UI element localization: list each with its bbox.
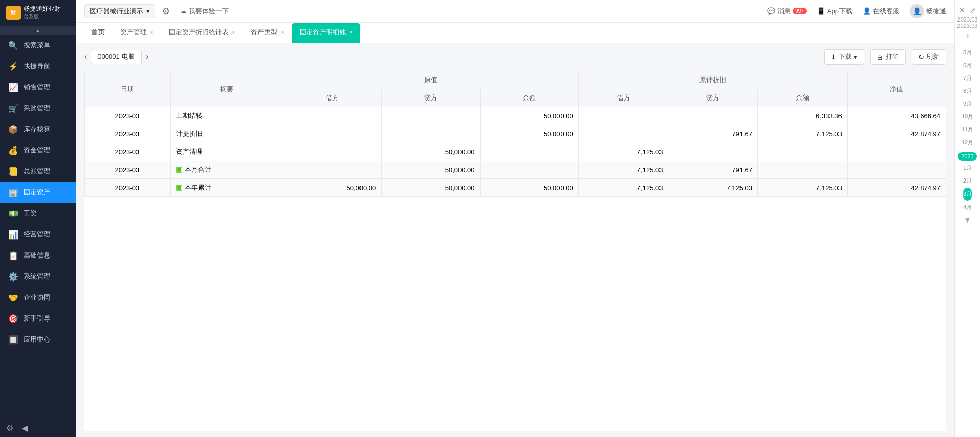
user-btn[interactable]: 👤 畅捷通 — [910, 4, 946, 18]
company-selector[interactable]: 医疗器械行业演示 ▾ — [84, 4, 155, 18]
sidebar-label-apps: 应用中心 — [24, 335, 50, 344]
sidebar-label-guide: 新手引导 — [24, 314, 50, 323]
rp-month-7月[interactable]: 7月 — [962, 72, 973, 85]
rp-month-12月[interactable]: 12月 — [962, 136, 973, 149]
sidebar-icon-salary: 💵 — [8, 209, 18, 218]
sidebar-label-fixed: 固定资产 — [24, 188, 50, 197]
messages-btn[interactable]: 💬 消息 99+ — [767, 7, 807, 16]
topbar: 医疗器械行业演示 ▾ ⚙ ☁ 我要体验一下 💬 消息 99+ 📱 App下载 👤… — [76, 0, 954, 23]
table-row: 2023-03▣本月合计50,000.007,125.03791.67 — [85, 161, 946, 179]
table-row: 2023-03计提折旧50,000.00791.677,125.0342,874… — [85, 125, 946, 143]
asset-detail-table: 日期 摘要 原值 累计折旧 净值 借方 贷方 余额 借方 贷方 余额 — [84, 71, 946, 197]
right-panel-header: ✕ ⤢ — [955, 4, 980, 16]
message-badge: 99+ — [793, 8, 807, 14]
col-dep-balance: 余额 — [758, 89, 848, 107]
col-orig-credit: 贷方 — [382, 89, 480, 107]
row-icon: ▣ — [176, 165, 183, 173]
rp-arrow-down[interactable]: ▼ — [964, 214, 971, 226]
sidebar-item-ledger[interactable]: 📒总账管理 — [0, 161, 76, 182]
sidebar-item-funds[interactable]: 💰资金管理 — [0, 140, 76, 161]
table-row: 2023-03上期结转50,000.006,333.3643,666.64 — [85, 107, 946, 125]
rp-year-badge[interactable]: 2023 — [958, 152, 977, 161]
sidebar-icon-fixed: 🏢 — [8, 188, 18, 197]
download-icon: ⬇ — [831, 53, 836, 61]
tab-label-asset-detail: 固定资产明细账 — [299, 28, 346, 37]
tab-asset-detail[interactable]: 固定资产明细账× — [292, 23, 360, 43]
rp-month-5月[interactable]: 5月 — [962, 46, 973, 59]
tab-close-assets[interactable]: × — [150, 29, 153, 36]
download-label: 下载 — [838, 52, 852, 62]
col-orig-balance: 余额 — [480, 89, 578, 107]
sidebar-icon-guide: 🎯 — [8, 314, 18, 324]
refresh-label: 刷新 — [926, 52, 939, 62]
rp-date1: 2023.03 — [957, 16, 978, 23]
rp-month-8月[interactable]: 8月 — [962, 85, 973, 97]
sidebar-item-sales[interactable]: 📈销售管理 — [0, 77, 76, 98]
tab-close-asset-type[interactable]: × — [281, 29, 284, 36]
sidebar-label-basic: 基础信息 — [24, 251, 50, 260]
sidebar: 财 畅捷通好业财 普及版 ▲ 🔍搜索菜单⚡快捷导航📈销售管理🛒采购管理📦库存核算… — [0, 0, 76, 437]
table-container: 日期 摘要 原值 累计折旧 净值 借方 贷方 余额 借方 贷方 余额 — [84, 71, 946, 431]
rp-date2: 2023.03 — [957, 23, 978, 29]
print-label: 打印 — [886, 52, 899, 62]
sidebar-scroll-up[interactable]: ▲ — [0, 26, 76, 35]
rp-month-bottom-3月[interactable]: 3月 — [963, 188, 972, 201]
download-arrow-icon: ▾ — [854, 53, 857, 61]
sidebar-item-collab[interactable]: 🤝企业协同 — [0, 287, 76, 308]
rp-month-bottom-4月[interactable]: 4月 — [960, 201, 975, 214]
rp-month-9月[interactable]: 9月 — [962, 97, 973, 110]
download-btn[interactable]: ⬇ 下载 ▾ — [824, 49, 864, 65]
rp-month-11月[interactable]: 11月 — [962, 123, 973, 136]
sidebar-item-search[interactable]: 🔍搜索菜单 — [0, 35, 76, 56]
logo-text: 畅捷通好业财 — [24, 5, 61, 13]
prev-asset-btn[interactable]: ‹ — [84, 52, 87, 62]
sidebar-icon-apps: 🔲 — [8, 335, 18, 345]
sidebar-item-inventory[interactable]: 📦库存核算 — [0, 119, 76, 140]
sidebar-menu: 🔍搜索菜单⚡快捷导航📈销售管理🛒采购管理📦库存核算💰资金管理📒总账管理🏢固定资产… — [0, 35, 76, 419]
next-asset-btn[interactable]: › — [146, 52, 148, 62]
tab-home[interactable]: 首页 — [84, 23, 112, 43]
tab-close-asset-detail[interactable]: × — [349, 29, 353, 36]
tab-asset-type[interactable]: 资产类型× — [244, 23, 291, 43]
rp-month-10月[interactable]: 10月 — [962, 110, 973, 123]
sidebar-item-basic[interactable]: 📋基础信息 — [0, 245, 76, 266]
app-download-btn[interactable]: 📱 App下载 — [817, 7, 852, 16]
sidebar-label-funds: 资金管理 — [24, 146, 50, 155]
sidebar-item-fixed[interactable]: 🏢固定资产 — [0, 182, 76, 203]
sidebar-label-ledger: 总账管理 — [24, 167, 50, 176]
sidebar-item-purchase[interactable]: 🛒采购管理 — [0, 98, 76, 119]
sidebar-item-operations[interactable]: 📊经营管理 — [0, 224, 76, 245]
company-dropdown-icon: ▾ — [146, 7, 150, 15]
company-name: 医疗器械行业演示 — [90, 7, 143, 16]
settings-icon[interactable]: ⚙ — [162, 6, 170, 17]
sidebar-label-salary: 工资 — [24, 209, 37, 218]
sidebar-icon-quicknav: ⚡ — [8, 62, 18, 71]
rp-right-arrow-icon[interactable]: › — [966, 29, 969, 44]
online-service-btn[interactable]: 👤 在线客服 — [863, 7, 899, 16]
rp-month-6月[interactable]: 6月 — [962, 59, 973, 72]
print-btn[interactable]: 🖨 打印 — [870, 49, 906, 65]
service-label: 在线客服 — [873, 7, 899, 16]
sidebar-item-system[interactable]: ⚙️系统管理 — [0, 266, 76, 287]
sidebar-icon-ledger: 📒 — [8, 167, 18, 176]
tab-close-depreciation[interactable]: × — [232, 29, 235, 36]
sidebar-icon-operations: 📊 — [8, 230, 18, 240]
settings-footer-icon[interactable]: ⚙ — [6, 423, 13, 433]
sidebar-label-quicknav: 快捷导航 — [24, 62, 50, 71]
sidebar-item-apps[interactable]: 🔲应用中心 — [0, 329, 76, 350]
main-content: 医疗器械行业演示 ▾ ⚙ ☁ 我要体验一下 💬 消息 99+ 📱 App下载 👤… — [76, 0, 954, 437]
tab-depreciation[interactable]: 固定资产折旧统计表× — [162, 23, 243, 43]
rp-month-bottom-1月[interactable]: 1月 — [960, 162, 975, 174]
right-panel-close-btn[interactable]: ✕ — [959, 6, 965, 14]
collapse-footer-icon[interactable]: ◀ — [22, 423, 28, 433]
sidebar-item-guide[interactable]: 🎯新手引导 — [0, 308, 76, 329]
experience-btn[interactable]: ☁ 我要体验一下 — [180, 7, 229, 16]
right-panel-expand-btn[interactable]: ⤢ — [970, 6, 976, 14]
sidebar-label-purchase: 采购管理 — [24, 104, 50, 113]
sidebar-item-quicknav[interactable]: ⚡快捷导航 — [0, 56, 76, 77]
refresh-btn[interactable]: ↻ 刷新 — [912, 49, 946, 65]
rp-month-bottom-2月[interactable]: 2月 — [960, 174, 975, 187]
sidebar-item-salary[interactable]: 💵工资 — [0, 203, 76, 224]
sidebar-logo: 财 畅捷通好业财 普及版 — [0, 0, 76, 26]
tab-assets[interactable]: 资产管理× — [113, 23, 161, 43]
